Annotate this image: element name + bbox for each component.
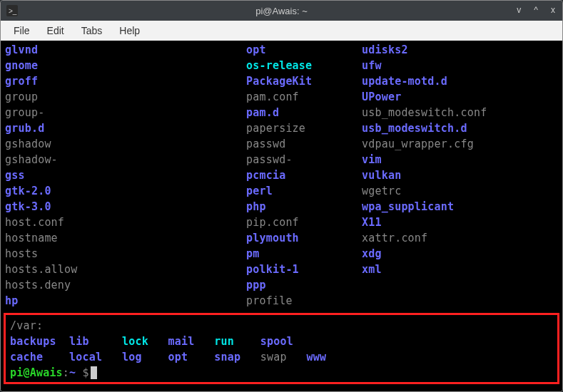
ls-entry: plymouth [246, 230, 362, 246]
menu-edit[interactable]: Edit [40, 24, 71, 38]
ls-entry: ufw [362, 58, 558, 73]
cursor [91, 366, 97, 379]
terminal-output[interactable]: glvndgnomegroffgroupgroup-grub.dgshadowg… [1, 41, 562, 391]
svg-text:>_: >_ [9, 7, 17, 15]
ls-entry: hosts.allow [5, 262, 246, 277]
ls-entry: pip.conf [246, 215, 362, 230]
ls-entry: host.conf [5, 215, 246, 230]
var-entry: swap [260, 351, 307, 363]
ls-entry: gshadow [5, 136, 246, 152]
var-entry: www [306, 351, 339, 363]
ls-entry: pcmcia [246, 167, 362, 183]
var-header: /var: [10, 318, 553, 334]
var-entry: snap [214, 351, 260, 363]
ls-entry: UPower [362, 89, 558, 105]
var-entry: local [69, 351, 122, 363]
ls-entry: vim [362, 152, 558, 167]
window-titlebar: >_ pi@Awais: ~ v ^ x [1, 1, 562, 21]
menu-bar: File Edit Tabs Help [1, 21, 562, 41]
maximize-button[interactable]: ^ [531, 4, 541, 16]
ls-entry: hosts.deny [5, 277, 246, 293]
ls-col-1: glvndgnomegroffgroupgroup-grub.dgshadowg… [5, 42, 246, 309]
ls-entry: pam.d [246, 105, 362, 120]
ls-entry: gnome [5, 58, 246, 73]
menu-tabs[interactable]: Tabs [74, 24, 110, 38]
var-entry: cache [10, 351, 69, 363]
ls-entry: X11 [362, 215, 558, 230]
menu-file[interactable]: File [6, 24, 37, 38]
var-entry: backups [10, 335, 69, 348]
terminal-icon: >_ [6, 5, 18, 16]
ls-entry: usb_modeswitch.conf [362, 105, 558, 120]
ls-entry: vdpau_wrapper.cfg [362, 136, 558, 152]
ls-col-3: udisks2ufwupdate-motd.dUPowerusb_modeswi… [362, 42, 558, 309]
ls-entry: perl [246, 183, 362, 199]
var-entry: run [214, 335, 260, 348]
ls-entry: glvnd [5, 42, 246, 58]
ls-entry: ppp [246, 277, 362, 293]
prompt-userhost: pi@Awais [10, 366, 63, 379]
ls-entry: hostname [5, 230, 246, 246]
menu-help[interactable]: Help [112, 24, 147, 38]
ls-columns: glvndgnomegroffgroupgroup-grub.dgshadowg… [5, 42, 558, 309]
ls-entry: hosts [5, 246, 246, 262]
ls-entry: passwd [246, 136, 362, 152]
var-row-2: cache local log opt snap swap www [10, 349, 553, 365]
ls-entry: os-release [246, 58, 362, 73]
ls-entry: wgetrc [362, 183, 558, 199]
ls-entry: php [246, 199, 362, 215]
prompt-symbol: $ [76, 366, 88, 379]
ls-entry: wpa_supplicant [362, 199, 558, 215]
ls-entry: group [5, 89, 246, 105]
ls-entry: usb_modeswitch.d [362, 120, 558, 136]
close-button[interactable]: x [548, 4, 558, 16]
ls-entry: update-motd.d [362, 73, 558, 89]
prompt-path: ~ [69, 366, 76, 379]
ls-entry: groff [5, 73, 246, 89]
ls-entry: group- [5, 105, 246, 120]
var-entry: opt [168, 351, 215, 363]
ls-entry: polkit-1 [246, 262, 362, 277]
ls-entry: vulkan [362, 167, 558, 183]
ls-entry: grub.d [5, 120, 246, 136]
prompt-sep: : [63, 366, 69, 379]
var-entry: lib [69, 335, 122, 348]
ls-entry: xattr.conf [362, 230, 558, 246]
prompt-line: pi@Awais:~ $ [10, 365, 553, 381]
var-entry: mail [168, 335, 215, 348]
ls-entry: hp [5, 293, 246, 309]
ls-entry: gshadow- [5, 152, 246, 167]
highlighted-var-section: /var: backups lib lock mail run spool ca… [4, 313, 559, 384]
minimize-button[interactable]: v [514, 4, 524, 16]
var-entry: log [122, 351, 168, 363]
ls-entry: xdg [362, 246, 558, 262]
ls-entry: gtk-2.0 [5, 183, 246, 199]
ls-entry: gtk-3.0 [5, 199, 246, 215]
ls-entry: pam.conf [246, 89, 362, 105]
window-title: pi@Awais: ~ [255, 6, 308, 16]
ls-entry: passwd- [246, 152, 362, 167]
ls-entry: profile [246, 293, 362, 309]
ls-entry: gss [5, 167, 246, 183]
ls-entry: PackageKit [246, 73, 362, 89]
ls-entry: xml [362, 262, 558, 277]
ls-col-2: optos-releasePackageKitpam.confpam.dpape… [246, 42, 362, 309]
window-controls: v ^ x [514, 4, 558, 16]
var-row-1: backups lib lock mail run spool [10, 334, 553, 349]
var-entry: lock [122, 335, 168, 348]
ls-entry: udisks2 [362, 42, 558, 58]
ls-entry: papersize [246, 120, 362, 136]
ls-entry: opt [246, 42, 362, 58]
var-entry: spool [260, 335, 307, 348]
ls-entry: pm [246, 246, 362, 262]
